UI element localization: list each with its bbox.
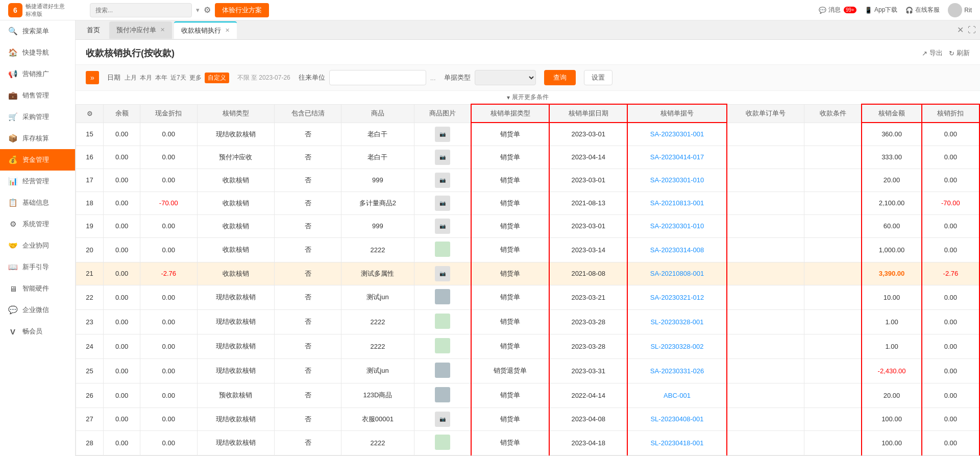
sidebar-item-quick-nav[interactable]: 🏠 快捷导航 bbox=[0, 42, 75, 63]
counterpart-input[interactable] bbox=[329, 70, 426, 85]
filter-toggle-btn[interactable]: » bbox=[86, 71, 99, 84]
date-range-display: 不限 至 2023-07-26 bbox=[237, 74, 290, 82]
col-header-product-image: 商品图片 bbox=[414, 104, 471, 123]
cell-writeoff-doc-date: 2023-04-18 bbox=[549, 430, 627, 455]
cell-writeoff-doc-no[interactable]: SL-20230418-001 bbox=[627, 430, 727, 455]
cell-writeoff-doc-no[interactable]: SL-20230328-002 bbox=[627, 334, 727, 358]
sidebar-item-hardware[interactable]: 🖥 智能硬件 bbox=[0, 278, 75, 299]
cell-writeoff-amount: 3,390.00 bbox=[862, 262, 922, 285]
user-menu[interactable]: Rit bbox=[948, 3, 972, 17]
sidebar-item-finance[interactable]: 💰 资金管理 bbox=[0, 149, 75, 171]
cell-writeoff-doc-type: 销货单 bbox=[471, 383, 549, 407]
cell-receipt-condition bbox=[804, 358, 862, 383]
online-service-button[interactable]: 🎧 在线客服 bbox=[905, 6, 940, 14]
cell-product: 测试多属性 bbox=[341, 262, 414, 285]
sidebar-item-label: 经营管理 bbox=[22, 177, 49, 186]
cell-writeoff-doc-no[interactable]: SL-20230408-001 bbox=[627, 407, 727, 430]
export-button[interactable]: ↗ 导出 bbox=[922, 49, 943, 58]
maximize-tab-btn[interactable]: ⛶ bbox=[968, 26, 976, 35]
col-header-writeoff-discount: 核销折扣 bbox=[922, 104, 979, 123]
cell-balance: 0.00 bbox=[104, 191, 140, 214]
cell-writeoff-doc-no[interactable]: SA-20230331-026 bbox=[627, 358, 727, 383]
date-option-this-year[interactable]: 本年 bbox=[155, 74, 167, 82]
close-tab-btn[interactable]: ✕ bbox=[957, 25, 964, 35]
sidebar-item-purchase[interactable]: 🛒 采购管理 bbox=[0, 106, 75, 128]
sidebar-item-guide[interactable]: 📖 新手引导 bbox=[0, 256, 75, 278]
col-header-balance: 余额 bbox=[104, 104, 140, 123]
cell-seq: 19 bbox=[76, 214, 104, 237]
cell-seq: 27 bbox=[76, 407, 104, 430]
cell-writeoff-doc-no[interactable]: SA-20230301-001 bbox=[627, 123, 727, 146]
sidebar-item-label: 搜索菜单 bbox=[22, 27, 49, 36]
cell-cash-discount: 0.00 bbox=[140, 334, 198, 358]
cell-writeoff-doc-type: 销货单 bbox=[471, 214, 549, 237]
cell-include-settled: 否 bbox=[274, 309, 341, 334]
cell-seq: 16 bbox=[76, 146, 104, 169]
cell-writeoff-amount: 333.00 bbox=[862, 146, 922, 169]
tab-home[interactable]: 首页 bbox=[80, 21, 107, 39]
sidebar-item-enterprise[interactable]: 🤝 企业协同 bbox=[0, 235, 75, 256]
expand-more-conditions[interactable]: ▾ 展开更多条件 bbox=[76, 91, 980, 104]
settings-button[interactable]: 设置 bbox=[584, 70, 612, 85]
col-header-seq: ⚙ bbox=[76, 104, 104, 123]
tab-prepay-close[interactable]: ✕ bbox=[160, 27, 165, 33]
table-row: 19 0.00 0.00 收款核销 否 999 📷 销货单 2023-03-01… bbox=[76, 214, 980, 237]
cell-product-image: 📷 bbox=[414, 214, 471, 237]
messages-badge: 99+ bbox=[844, 7, 856, 13]
cell-writeoff-doc-no[interactable]: SA-20230301-010 bbox=[627, 214, 727, 237]
search-input[interactable] bbox=[90, 3, 192, 17]
messages-button[interactable]: 💬 消息 99+ bbox=[819, 6, 856, 14]
query-button[interactable]: 查询 bbox=[544, 70, 576, 85]
app-download-button[interactable]: 📱 App下载 bbox=[865, 6, 897, 14]
sidebar-item-label: 销售管理 bbox=[22, 91, 49, 100]
cell-writeoff-doc-no[interactable]: SA-20210808-001 bbox=[627, 262, 727, 285]
solution-button[interactable]: 体验行业方案 bbox=[215, 3, 269, 17]
cell-writeoff-discount: 0.00 bbox=[922, 237, 979, 262]
sidebar-item-member[interactable]: V 畅会员 bbox=[0, 321, 75, 342]
cell-product: 999 bbox=[341, 214, 414, 237]
cell-writeoff-doc-no[interactable]: SA-20230414-017 bbox=[627, 146, 727, 169]
cell-writeoff-type: 现结收款核销 bbox=[197, 407, 274, 430]
cell-writeoff-doc-date: 2022-04-14 bbox=[549, 383, 627, 407]
cell-writeoff-type: 预付冲应收 bbox=[197, 146, 274, 169]
cell-receipt-order-no bbox=[727, 285, 804, 309]
cell-writeoff-doc-no[interactable]: SL-20230328-001 bbox=[627, 309, 727, 334]
date-option-last-month[interactable]: 上月 bbox=[125, 74, 137, 82]
sidebar-item-wechat[interactable]: 💬 企业微信 bbox=[0, 299, 75, 321]
date-option-custom[interactable]: 自定义 bbox=[205, 73, 229, 83]
wechat-icon: 💬 bbox=[8, 305, 17, 315]
col-header-product: 商品 bbox=[341, 104, 414, 123]
tab-collection-close[interactable]: ✕ bbox=[225, 27, 230, 34]
sidebar-item-sales[interactable]: 💼 销售管理 bbox=[0, 85, 75, 106]
sidebar-item-marketing[interactable]: 📢 营销推广 bbox=[0, 63, 75, 85]
date-option-more[interactable]: 更多 bbox=[189, 74, 202, 82]
cell-product: 2222 bbox=[341, 430, 414, 455]
sidebar-item-label: 畅会员 bbox=[22, 327, 42, 336]
table-row: 18 0.00 -70.00 收款核销 否 多计量商品2 📷 销货单 2021-… bbox=[76, 191, 980, 214]
cell-include-settled: 否 bbox=[274, 383, 341, 407]
gear-icon[interactable]: ⚙ bbox=[204, 5, 211, 15]
sidebar-item-operations[interactable]: 📊 经营管理 bbox=[0, 171, 75, 192]
cell-writeoff-doc-no[interactable]: ABC-001 bbox=[627, 383, 727, 407]
logo-text: 畅捷通谱好生意标准版 bbox=[26, 3, 65, 17]
voucher-type-select[interactable] bbox=[475, 70, 536, 85]
date-option-this-month[interactable]: 本月 bbox=[140, 74, 152, 82]
date-option-7days[interactable]: 近7天 bbox=[170, 74, 186, 82]
sidebar-item-search[interactable]: 🔍 搜索菜单 bbox=[0, 20, 75, 42]
sidebar-item-system[interactable]: ⚙ 系统管理 bbox=[0, 213, 75, 235]
tab-collection-label: 收款核销执行 bbox=[181, 26, 221, 35]
sidebar-item-inventory[interactable]: 📦 库存核算 bbox=[0, 128, 75, 149]
cell-product-image: 📷 bbox=[414, 407, 471, 430]
cell-receipt-condition bbox=[804, 146, 862, 169]
cell-writeoff-doc-no[interactable]: SA-20210813-001 bbox=[627, 191, 727, 214]
sidebar-item-basic-info[interactable]: 📋 基础信息 bbox=[0, 192, 75, 213]
tab-prepay[interactable]: 预付冲应付单 ✕ bbox=[109, 21, 172, 39]
cell-writeoff-type: 现结收款核销 bbox=[197, 309, 274, 334]
cell-writeoff-doc-date: 2023-03-14 bbox=[549, 237, 627, 262]
cell-writeoff-doc-type: 销货单 bbox=[471, 262, 549, 285]
refresh-button[interactable]: ↻ 刷新 bbox=[949, 49, 970, 58]
cell-writeoff-doc-no[interactable]: SA-20230314-008 bbox=[627, 237, 727, 262]
cell-writeoff-doc-no[interactable]: SA-20230321-012 bbox=[627, 285, 727, 309]
tab-collection[interactable]: 收款核销执行 ✕ bbox=[174, 21, 237, 39]
cell-writeoff-doc-no[interactable]: SA-20230301-010 bbox=[627, 169, 727, 191]
